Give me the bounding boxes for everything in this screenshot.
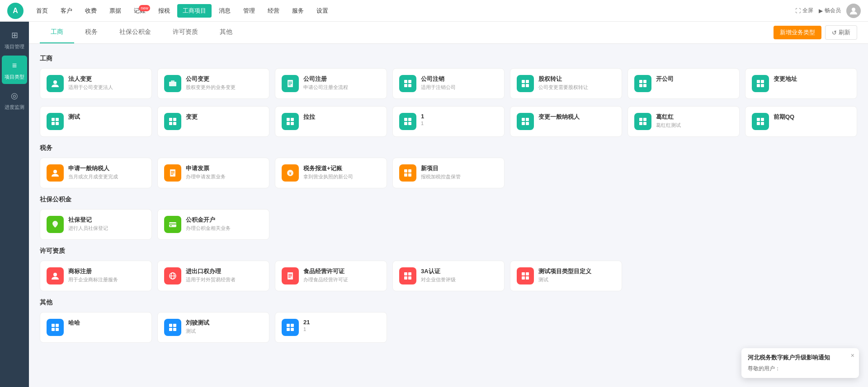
logo[interactable]: A [7, 3, 24, 19]
card-import-export[interactable]: 进出口权办理 适用于对外贸易经营者 [157, 261, 269, 291]
card-tax-report[interactable]: ¥ 税务报道+记账 拿到营业执照的新公司 [275, 158, 387, 188]
card-test[interactable]: 测试 [40, 106, 152, 137]
card-equity-transfer[interactable]: 股权转让 公司变更需要股权转让 [510, 68, 622, 99]
card-company-reg[interactable]: 公司注册 申请公司注册全流程 [275, 68, 387, 99]
svg-rect-93 [291, 328, 294, 331]
nav-item-accounting[interactable]: 记账new [128, 4, 151, 18]
tab-other[interactable]: 其他 [209, 22, 243, 43]
svg-point-1 [53, 80, 57, 84]
card-name-open-company: 开公司 [656, 75, 733, 83]
sidebar-item-project-type[interactable]: ≡项目类型 [2, 56, 27, 84]
main-content: 工商税务社保公积金许可资质其他 新增业务类型 ↺ 刷新 工商 法人变更 适用于公… [29, 22, 868, 387]
svg-rect-83 [56, 324, 59, 327]
svg-rect-84 [52, 328, 55, 331]
card-icon-change-address [752, 75, 769, 92]
nav-item-tax[interactable]: 报税 [153, 4, 175, 18]
sidebar-label-project-type: 项目类型 [5, 74, 24, 80]
card-trademark[interactable]: 商标注册 用于企业商标注册服务 [40, 261, 152, 291]
member-btn[interactable]: ▶ 畅会员 [819, 7, 841, 14]
card-company-cancel[interactable]: 公司注销 适用于注销公司 [392, 68, 505, 99]
svg-rect-43 [526, 122, 529, 125]
card-change[interactable]: 变更 [157, 106, 269, 137]
card-open-company[interactable]: 开公司 [627, 68, 740, 99]
svg-rect-3 [171, 80, 175, 82]
card-text-apply-invoice: 申请发票 办理申请发票业务 [186, 164, 263, 180]
card-liu-pei-test[interactable]: 刘骏测试 测试 [157, 312, 269, 343]
tab-social-fund[interactable]: 社保公积金 [108, 22, 162, 43]
industry-cards-row2: 测试 变更 拉拉 1 1 [40, 106, 857, 137]
tab-permit[interactable]: 许可资质 [162, 22, 209, 43]
card-haha[interactable]: 哈哈 [40, 312, 152, 343]
svg-rect-78 [522, 272, 525, 275]
svg-rect-45 [643, 118, 646, 121]
card-icon-open-company [634, 75, 651, 92]
svg-rect-63 [169, 222, 176, 227]
sidebar-item-project-manage[interactable]: ⊞项目管理 [2, 25, 27, 54]
card-company-change[interactable]: 公司变更 股权变更外的业务变更 [157, 68, 269, 99]
user-avatar[interactable] [846, 4, 861, 18]
nav-item-home[interactable]: 首页 [31, 4, 53, 18]
nav-item-ticket[interactable]: 票据 [104, 4, 127, 18]
industry-title: 工商 [40, 55, 857, 63]
card-twenty-one[interactable]: 21 1 [275, 312, 387, 343]
card-name-legal-change: 法人变更 [68, 75, 145, 83]
card-change-address[interactable]: 变更地址 [745, 68, 857, 99]
card-icon-test-define [517, 267, 534, 284]
svg-rect-74 [404, 272, 407, 275]
other-section: 其他 哈哈 刘骏测试 测试 21 1 [40, 298, 857, 343]
card-icon-apply-invoice [164, 164, 181, 182]
card-test-define[interactable]: 测试项目类型目定义 测试 [510, 261, 622, 291]
card-lala[interactable]: 拉拉 [275, 106, 387, 137]
card-fund-open[interactable]: 公积金开户 办理公积金相关业务 [157, 209, 269, 240]
card-icon-one [399, 113, 416, 130]
nav-item-operation[interactable]: 经营 [262, 4, 285, 18]
svg-rect-92 [287, 328, 290, 331]
tab-tax[interactable]: 税务 [74, 22, 108, 43]
nav-item-service[interactable]: 服务 [287, 4, 309, 18]
nav-item-manage[interactable]: 管理 [238, 4, 260, 18]
logo-text: A [13, 7, 18, 15]
svg-rect-51 [761, 122, 764, 125]
svg-rect-14 [522, 84, 525, 87]
svg-rect-76 [404, 276, 407, 280]
card-new-project[interactable]: 新项目 报税加税控盘保管 [392, 158, 505, 188]
card-legal-change[interactable]: 法人变更 适用于公司变更法人 [40, 68, 152, 99]
tab-industry[interactable]: 工商 [40, 22, 74, 43]
sidebar-item-progress-monitor[interactable]: ◎进度监测 [2, 86, 27, 114]
card-one[interactable]: 1 1 [392, 106, 505, 137]
card-desc-apply-taxpayer: 当月或次月成变更完成 [68, 173, 145, 180]
new-type-button[interactable]: 新增业务类型 [774, 26, 821, 39]
nav-item-client[interactable]: 客户 [55, 4, 78, 18]
svg-rect-10 [404, 84, 407, 87]
card-text-apply-taxpayer: 申请一般纳税人 当月或次月成变更完成 [68, 164, 145, 180]
card-3a-cert[interactable]: 3A认证 对企业信誉评级 [392, 261, 505, 291]
member-label: 畅会员 [825, 7, 841, 14]
card-text-social-reg: 社保登记 进行人员社保登记 [68, 216, 145, 232]
card-food-permit[interactable]: 食品经营许可证 办理食品经营许可证 [275, 261, 387, 291]
card-apply-taxpayer[interactable]: 申请一般纳税人 当月或次月成变更完成 [40, 158, 152, 188]
card-change-taxpayer[interactable]: 变更一般纳税人 [510, 106, 622, 137]
card-social-reg[interactable]: 社保登记 进行人员社保登记 [40, 209, 152, 240]
card-gehonghong[interactable]: 葛红红 葛红红测试 [627, 106, 740, 137]
svg-rect-50 [757, 122, 760, 125]
nav-item-message[interactable]: 消息 [213, 4, 236, 18]
fullscreen-btn[interactable]: ⛶ 全屏 [795, 7, 813, 14]
nav-item-industry[interactable]: 工商项目 [177, 4, 212, 18]
svg-rect-37 [408, 118, 411, 121]
card-name-3a-cert: 3A认证 [421, 267, 498, 275]
card-desc-new-project: 报税加税控盘保管 [421, 173, 498, 180]
card-apply-invoice[interactable]: 申请发票 办理申请发票业务 [157, 158, 269, 188]
content-body: 工商 法人变更 适用于公司变更法人 公司变更 股权变更外的业务变更 公司注册 [29, 44, 868, 357]
card-name-liu-pei-test: 刘骏测试 [186, 319, 263, 327]
card-desc-equity-transfer: 公司变更需要股权转让 [538, 84, 615, 91]
card-text-new-project: 新项目 报税加税控盘保管 [421, 164, 498, 180]
card-text-company-reg: 公司注册 申请公司注册全流程 [303, 75, 380, 91]
card-name-equity-transfer: 股权转让 [538, 75, 615, 83]
nav-item-settings[interactable]: 设置 [311, 4, 334, 18]
card-prev-qq[interactable]: 前期QQ [745, 106, 857, 137]
refresh-button[interactable]: ↺ 刷新 [825, 25, 857, 40]
notification-close-btn[interactable]: × [851, 352, 854, 359]
sidebar-icon-progress-monitor: ◎ [8, 89, 21, 102]
card-name-change: 变更 [186, 113, 263, 121]
nav-item-billing[interactable]: 收费 [80, 4, 102, 18]
